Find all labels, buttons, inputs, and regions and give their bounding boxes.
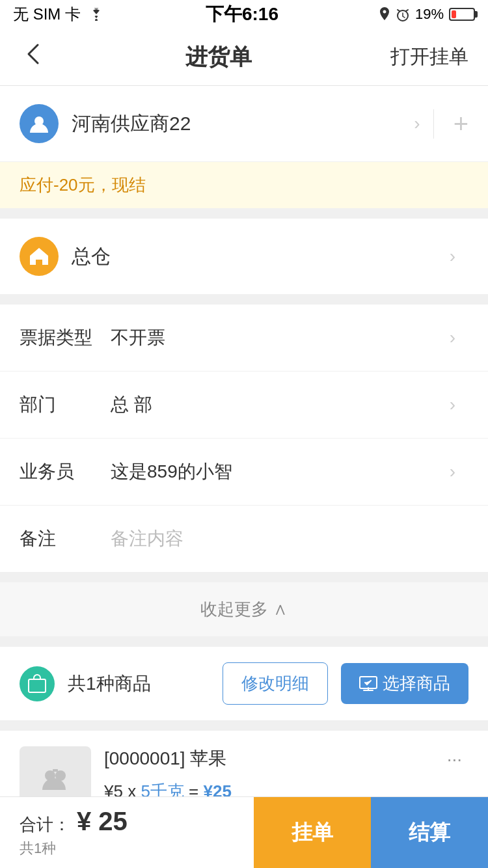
salesperson-label: 业务员 [20,459,98,484]
remark-label: 备注 [20,526,98,551]
invoice-type-row[interactable]: 票据类型 不开票 › [0,305,488,372]
warehouse-name: 总仓 [72,243,450,270]
salesperson-row[interactable]: 业务员 这是859的小智 › [0,439,488,506]
location-icon [379,7,390,21]
invoice-type-label: 票据类型 [20,325,98,350]
battery-text: 19% [415,6,444,23]
product-count-label: 共1种商品 [68,671,210,696]
edit-detail-button[interactable]: 修改明细 [223,662,328,705]
supplier-row[interactable]: 河南供应商22 › + [0,86,488,162]
warehouse-chevron: › [450,246,455,267]
form-section: 票据类型 不开票 › 部门 总 部 › 业务员 这是859的小智 › 备注 备注… [0,305,488,572]
select-product-button[interactable]: 选择商品 [341,663,468,704]
supplier-name: 河南供应商22 [72,111,414,137]
supplier-section: 河南供应商22 › + 应付-20元，现结 [0,86,488,208]
carrier-text: 无 SIM 卡 [13,4,81,25]
total-amount: ¥ 25 [77,807,128,836]
status-indicators: 19% [379,6,475,23]
collapse-row[interactable]: 收起更多 ∧ [0,582,488,636]
battery-icon [449,8,475,21]
remark-row[interactable]: 备注 备注内容 [0,506,488,572]
add-supplier-button[interactable]: + [433,109,468,139]
product-header: 共1种商品 修改明细 选择商品 [0,647,488,720]
product-more-button[interactable]: ··· [441,746,468,772]
product-count-icon [20,666,55,701]
department-chevron: › [450,394,455,415]
total-label: 合计： [20,813,70,836]
open-hang-button[interactable]: 打开挂单 [390,44,468,70]
invoice-type-value: 不开票 [98,325,450,350]
select-product-icon [359,676,377,692]
page-title: 进货单 [185,42,252,72]
bottom-bar: 合计： ¥ 25 共1种 挂单 结算 [0,796,488,868]
checkout-button[interactable]: 结算 [371,797,488,868]
back-button[interactable] [20,36,47,78]
hang-button[interactable]: 挂单 [254,797,371,868]
supplier-chevron: › [414,113,420,134]
product-name: [0000001] 苹果 [104,746,427,771]
payment-notice: 应付-20元，现结 [0,162,488,208]
alarm-icon [396,7,410,21]
warehouse-section: 总仓 › [0,219,488,294]
status-bar: 无 SIM 卡 下午6:16 19% [0,0,488,29]
select-product-label: 选择商品 [383,672,450,695]
status-time: 下午6:16 [206,2,278,27]
warehouse-icon [20,237,59,276]
remark-input[interactable]: 备注内容 [98,526,468,551]
svg-rect-3 [29,679,46,692]
svg-point-0 [95,19,98,21]
department-label: 部门 [20,392,98,417]
content: 河南供应商22 › + 应付-20元，现结 总仓 › 票据类型 不开票 › 部门… [0,86,488,868]
status-carrier: 无 SIM 卡 [13,4,105,25]
collapse-label: 收起更多 ∧ [200,598,287,621]
salesperson-chevron: › [450,461,455,482]
department-value: 总 部 [98,392,450,417]
wifi-icon [87,8,105,21]
invoice-type-chevron: › [450,327,455,348]
nav-bar: 进货单 打开挂单 [0,29,488,86]
salesperson-value: 这是859的小智 [98,459,450,484]
product-info: [0000001] 苹果 ¥5 x 5千克 = ¥25 [104,746,427,803]
department-row[interactable]: 部门 总 部 › [0,372,488,439]
warehouse-row[interactable]: 总仓 › [0,219,488,294]
supplier-avatar [20,104,59,143]
total-area: 合计： ¥ 25 共1种 [0,797,254,868]
total-count: 共1种 [20,839,128,858]
svg-rect-7 [53,769,58,772]
